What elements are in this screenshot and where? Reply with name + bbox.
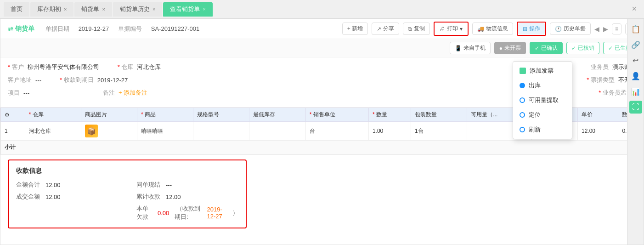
row-unit: 台 — [305, 122, 368, 141]
row-num: 1 — [1, 122, 25, 141]
sidebar-doc-icon[interactable]: 📋 — [629, 23, 642, 35]
share-button[interactable]: ↗ 分享 — [372, 23, 399, 35]
col-min-stock: 最低库存 — [249, 108, 305, 122]
operation-button[interactable]: ⊞ 操作 — [518, 23, 545, 34]
history-icon: 🕐 — [555, 26, 562, 32]
address-label: 客户地址 — [8, 76, 32, 84]
copy-icon: ⧉ — [408, 26, 412, 32]
doc-no-value: SA-20191227-001 — [151, 25, 200, 32]
deal-amount-value: 12.00 — [45, 194, 61, 200]
right-sidebar: 📋 🔗 ↩ 👤 📊 ⛶ — [627, 19, 644, 245]
view-list-button[interactable]: ≡ — [612, 23, 621, 34]
col-warehouse: * 仓库 — [25, 108, 81, 122]
row-price: 12.00 — [577, 122, 618, 141]
customer-field: 客户 柳州粤港平安气体有限公司 — [8, 63, 99, 71]
product-image: 📦 — [85, 125, 98, 137]
dropdown-avail-extract[interactable]: 可用量提取 — [513, 93, 572, 108]
address-field: 客户地址 --- — [8, 76, 41, 84]
outbound-label: 出库 — [529, 81, 541, 90]
sidebar-user-icon[interactable]: 👤 — [629, 69, 642, 82]
logistics-button[interactable]: 🚚 物流信息 — [472, 23, 513, 35]
main-content: ⇄ 销货单 单据日期 2019-12-27 单据编号 SA-20191227-0… — [0, 18, 644, 245]
tab-inventory-init[interactable]: 库存期初 × — [30, 2, 73, 17]
print-highlight: 🖨 打印 ▾ — [434, 22, 469, 36]
doc-no-label: 单据编号 — [118, 25, 142, 33]
doc-type: ⇄ 销货单 — [8, 25, 34, 33]
refresh-label: 刷新 — [529, 125, 541, 134]
payment-box: 收款信息 金额合计 12.00 同单现结 --- 成交金额 12.00 累计收款… — [8, 160, 247, 228]
dropdown-refresh[interactable]: 刷新 — [513, 122, 572, 137]
col-pkg-qty: 包装数量 — [411, 108, 467, 122]
not-open-ticket-button[interactable]: ● 未开票 — [494, 42, 526, 54]
print-button[interactable]: 🖨 打印 ▾ — [435, 23, 467, 34]
row-img: 📦 — [81, 122, 137, 141]
sidebar-chart-icon[interactable]: 📊 — [629, 85, 642, 98]
subtotal-row: 小计 — [1, 141, 644, 154]
cumulative-label: 累计收款 — [136, 193, 160, 201]
cancel-status-label: 已核销 — [578, 44, 594, 52]
op-highlight: ⊞ 操作 — [517, 22, 546, 36]
confirmed-button[interactable]: ✓ 已确认 — [530, 42, 563, 54]
row-pkg-qty: 1台 — [411, 122, 467, 141]
window-close-button[interactable]: × — [628, 4, 640, 14]
confirmed-label: 已确认 — [541, 44, 558, 52]
settings-icon: ⚙ — [5, 112, 10, 118]
amount-total-row: 金额合计 12.00 — [16, 181, 118, 189]
nav-prev-icon[interactable]: ◀ — [594, 25, 599, 33]
note-label: 备注 — [103, 89, 115, 97]
doc-type-label: 销货单 — [15, 25, 34, 33]
logistics-icon: 🚚 — [477, 26, 484, 32]
due-date: 2019-12-27 — [207, 206, 227, 220]
col-img: 商品图片 — [81, 108, 137, 122]
print-icon: 🖨 — [440, 26, 445, 32]
same-order-value: --- — [166, 182, 172, 188]
row-min-stock — [249, 122, 305, 141]
warehouse-value: 河北仓库 — [137, 63, 161, 71]
tab-sales-history-close[interactable]: × — [153, 6, 155, 12]
operation-button-label: 操作 — [529, 25, 540, 33]
tab-sales-history[interactable]: 销货单历史 × — [113, 2, 162, 17]
print-dropdown-arrow: ▾ — [460, 26, 463, 32]
new-button[interactable]: + 新增 — [342, 23, 368, 35]
col-settings[interactable]: ⚙ — [1, 108, 25, 122]
due-date-label: 收款到期日 — [60, 76, 94, 84]
add-note-button[interactable]: 添加备注 — [119, 89, 147, 97]
tab-home[interactable]: 首页 — [4, 2, 29, 17]
cumulative-row: 累计收款 12.00 — [136, 193, 238, 201]
project-value: --- — [23, 90, 29, 97]
logistics-button-label: 物流信息 — [486, 25, 508, 33]
sidebar-link-icon[interactable]: 🔗 — [629, 38, 642, 51]
tab-view-sales[interactable]: 查看销货单 × — [163, 2, 212, 17]
operation-icon: ⊞ — [523, 26, 527, 32]
sidebar-return-icon[interactable]: ↩ — [629, 54, 642, 67]
row-product: 嘻嘻嘻嘻 — [137, 122, 193, 141]
from-phone-button[interactable]: 📱 来自手机 — [450, 42, 491, 54]
sidebar-expand-icon[interactable]: ⛶ — [629, 101, 642, 114]
phone-icon: 📱 — [455, 45, 462, 51]
address-value: --- — [35, 77, 41, 84]
nav-next-icon[interactable]: ▶ — [603, 25, 608, 33]
doc-date-label: 单据日期 — [45, 25, 69, 33]
dropdown-locate[interactable]: 定位 — [513, 108, 572, 122]
tab-sales-order-close[interactable]: × — [102, 6, 105, 12]
tab-bar: 首页 库存期初 × 销货单 × 销货单历史 × 查看销货单 × × — [0, 0, 644, 18]
tab-view-sales-close[interactable]: × — [203, 6, 205, 12]
dropdown-outbound[interactable]: 出库 — [513, 78, 572, 93]
share-button-label: 分享 — [383, 25, 394, 33]
warehouse-field: 仓库 河北仓库 — [118, 63, 161, 71]
new-button-label: + 新增 — [347, 25, 363, 33]
dropdown-menu: 添加发票 出库 可用量提取 定位 刷新 — [513, 61, 572, 139]
row-spec — [193, 122, 249, 141]
history-button-label: 历史单据 — [564, 25, 586, 33]
confirm-icon: ✓ — [535, 45, 539, 51]
copy-button[interactable]: ⧉ 复制 — [403, 23, 430, 35]
cancel-status-button[interactable]: ✓ 已核销 — [566, 42, 599, 54]
amount-total-value: 12.00 — [45, 182, 61, 188]
from-phone-label: 来自手机 — [463, 44, 486, 52]
history-button[interactable]: 🕐 历史单据 — [550, 23, 591, 35]
tab-sales-order[interactable]: 销货单 × — [74, 2, 112, 17]
due-amount-value: 0.00 — [158, 210, 169, 217]
outbound-icon — [520, 83, 525, 88]
tab-inventory-init-close[interactable]: × — [64, 6, 67, 12]
dropdown-add-invoice[interactable]: 添加发票 — [513, 63, 572, 78]
